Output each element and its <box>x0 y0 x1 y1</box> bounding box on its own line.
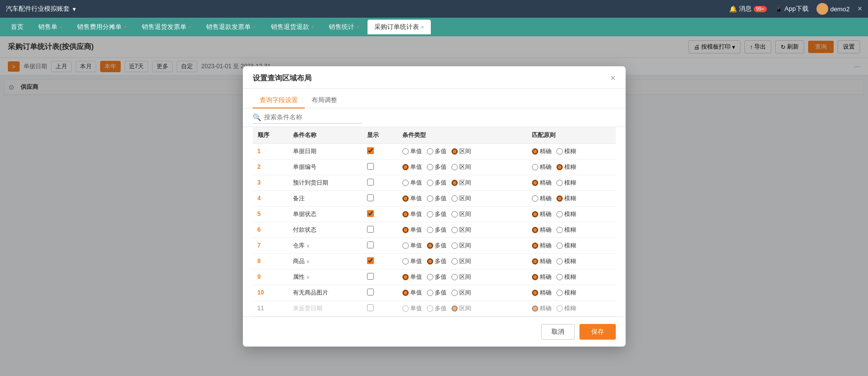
type-radio-item[interactable]: 多值 <box>427 179 447 187</box>
tab3-close[interactable]: × <box>188 24 191 30</box>
type-radio-item[interactable]: 多值 <box>427 226 447 234</box>
show-checkbox[interactable] <box>367 257 374 264</box>
tab6-close[interactable]: × <box>356 24 359 30</box>
cancel-button[interactable]: 取消 <box>541 324 575 340</box>
show-checkbox[interactable] <box>367 273 374 280</box>
tab-sales-order-close[interactable]: × <box>59 24 62 30</box>
dialog-close-button[interactable]: × <box>610 73 616 83</box>
type-radio-item[interactable]: 单值 <box>402 289 422 297</box>
tab-sales-expense[interactable]: 销售费用分摊单 × <box>70 20 133 34</box>
user-avatar[interactable]: demo2 <box>816 3 850 15</box>
match-radio-item[interactable]: 模糊 <box>556 210 576 218</box>
show-checkbox[interactable] <box>367 147 374 154</box>
match-radio-item[interactable]: 模糊 <box>556 226 576 234</box>
show-checkbox[interactable] <box>367 194 374 201</box>
cell-name: 有无商品图片 <box>288 285 362 300</box>
tab-home[interactable]: 首页 <box>4 20 30 34</box>
type-radio-item[interactable]: 单值 <box>402 273 422 281</box>
match-radio-item[interactable]: 模糊 <box>556 273 576 281</box>
type-radio-item[interactable]: 多值 <box>427 273 447 281</box>
table-row: 5单据状态单值多值区间精确模糊 <box>253 206 616 222</box>
match-radio-item[interactable]: 精确 <box>532 147 552 156</box>
match-radio-item[interactable]: 模糊 <box>556 147 576 156</box>
type-radio-item[interactable]: 区间 <box>451 304 471 313</box>
show-checkbox[interactable] <box>367 210 374 217</box>
type-radio-item[interactable]: 单值 <box>402 257 422 266</box>
download-area[interactable]: 📱 App下载 <box>775 4 809 13</box>
show-checkbox[interactable] <box>367 242 374 248</box>
match-radio-item[interactable]: 精确 <box>532 304 552 313</box>
type-radio-item[interactable]: 单值 <box>402 147 422 156</box>
tab-sales-expense-close[interactable]: × <box>124 24 127 30</box>
match-radio-item[interactable]: 精确 <box>532 194 552 203</box>
type-radio-item[interactable]: 区间 <box>451 194 471 203</box>
tab-query-fields[interactable]: 查询字段设置 <box>253 93 305 108</box>
tab-sales-refund-invoice[interactable]: 销售退款发票单 × <box>199 20 263 34</box>
match-radio-item[interactable]: 模糊 <box>556 163 576 171</box>
type-radio-item[interactable]: 单值 <box>402 304 422 313</box>
type-radio-item[interactable]: 区间 <box>451 147 471 156</box>
topbar-close-button[interactable]: × <box>858 4 862 13</box>
type-radio-item[interactable]: 多值 <box>427 242 447 250</box>
type-radio-item[interactable]: 区间 <box>451 242 471 250</box>
show-checkbox[interactable] <box>367 304 374 311</box>
cell-name: 单据日期 <box>288 143 362 159</box>
show-checkbox[interactable] <box>367 289 374 295</box>
type-radio-item[interactable]: 区间 <box>451 257 471 266</box>
match-radio-item[interactable]: 模糊 <box>556 242 576 250</box>
tab-sales-return-refund[interactable]: 销售退货退款 × <box>264 20 321 34</box>
type-radio-item[interactable]: 区间 <box>451 179 471 187</box>
match-radio-item[interactable]: 精确 <box>532 163 552 171</box>
type-radio-item[interactable]: 多值 <box>427 289 447 297</box>
match-radio-item[interactable]: 精确 <box>532 257 552 266</box>
show-checkbox[interactable] <box>367 226 374 233</box>
match-radio-item[interactable]: 精确 <box>532 273 552 281</box>
type-radio-item[interactable]: 区间 <box>451 289 471 297</box>
condition-search-input[interactable] <box>264 113 362 121</box>
type-radio-item[interactable]: 单值 <box>402 163 422 171</box>
tab4-close[interactable]: × <box>253 24 256 30</box>
type-radio-item[interactable]: 区间 <box>451 226 471 234</box>
match-radio-item[interactable]: 模糊 <box>556 179 576 187</box>
type-radio-item[interactable]: 多值 <box>427 163 447 171</box>
cell-show <box>362 206 397 222</box>
type-radio-item[interactable]: 多值 <box>427 257 447 266</box>
cell-type: 单值多值区间 <box>397 300 526 316</box>
cell-type: 单值多值区间 <box>397 253 526 269</box>
save-button[interactable]: 保存 <box>579 324 616 340</box>
match-radio-item[interactable]: 模糊 <box>556 289 576 297</box>
tab-sales-order[interactable]: 销售单 × <box>31 20 69 34</box>
type-radio-item[interactable]: 区间 <box>451 210 471 218</box>
type-radio-item[interactable]: 多值 <box>427 147 447 156</box>
type-radio-item[interactable]: 多值 <box>427 304 447 313</box>
type-radio-item[interactable]: 多值 <box>427 194 447 203</box>
match-radio-item[interactable]: 精确 <box>532 289 552 297</box>
match-radio-item[interactable]: 精确 <box>532 179 552 187</box>
match-radio-item[interactable]: 精确 <box>532 210 552 218</box>
type-radio-item[interactable]: 区间 <box>451 163 471 171</box>
type-radio-item[interactable]: 单值 <box>402 179 422 187</box>
match-radio-item[interactable]: 模糊 <box>556 194 576 203</box>
type-radio-item[interactable]: 单值 <box>402 226 422 234</box>
tab-purchase-order-stats-label: 采购订单统计表 <box>374 23 419 31</box>
tab-layout-adjust[interactable]: 布局调整 <box>305 93 344 108</box>
tab-sales-return-invoice[interactable]: 销售退货发票单 × <box>135 20 198 34</box>
show-checkbox[interactable] <box>367 163 374 170</box>
tab5-close[interactable]: × <box>311 24 314 30</box>
match-radio-item[interactable]: 模糊 <box>556 304 576 313</box>
tab7-close[interactable]: × <box>421 24 424 30</box>
match-radio-item[interactable]: 精确 <box>532 226 552 234</box>
show-checkbox[interactable] <box>367 179 374 186</box>
cell-show <box>362 222 397 238</box>
tab-sales-stats[interactable]: 销售统计 × <box>322 20 366 34</box>
cell-order: 7 <box>253 238 288 253</box>
tab-purchase-order-stats[interactable]: 采购订单统计表 × <box>368 20 431 34</box>
type-radio-item[interactable]: 多值 <box>427 210 447 218</box>
match-radio-item[interactable]: 精确 <box>532 242 552 250</box>
notification-area[interactable]: 🔔 消息 99+ <box>729 4 767 13</box>
type-radio-item[interactable]: 单值 <box>402 194 422 203</box>
type-radio-item[interactable]: 单值 <box>402 242 422 250</box>
type-radio-item[interactable]: 区间 <box>451 273 471 281</box>
match-radio-item[interactable]: 模糊 <box>556 257 576 266</box>
type-radio-item[interactable]: 单值 <box>402 210 422 218</box>
